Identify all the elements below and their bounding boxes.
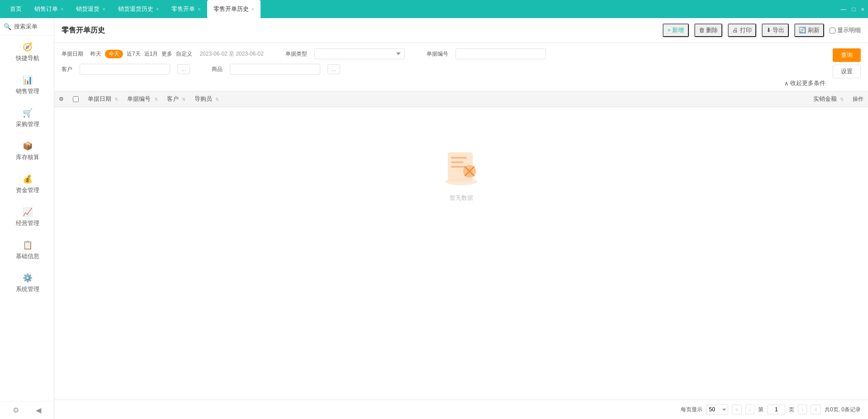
tabs-container: 首页销售订单×销货退货×销货退货历史×零售开单×零售开单历史× (4, 0, 841, 18)
sidebar-items: 🧭 快捷导航 📊 销售管理 🛒 采购管理 📦 库存核算 💰 资金管理 📈 经营管… (0, 36, 54, 300)
doc-type-select[interactable] (314, 48, 405, 59)
window-close-btn[interactable]: × (861, 6, 864, 13)
sidebar-label-sales-mgmt: 销售管理 (16, 87, 39, 95)
tab-close-sales-return-history[interactable]: × (156, 6, 159, 12)
date-shortcut-近7天[interactable]: 近7天 (127, 50, 141, 58)
col-date[interactable]: 单据日期 ⇅ (83, 91, 123, 107)
first-page-btn[interactable]: « (732, 405, 742, 414)
tab-sales-order[interactable]: 销售订单× (28, 0, 70, 18)
tab-retail-open[interactable]: 零售开单× (165, 0, 207, 18)
page-label: 第 (758, 406, 764, 414)
tab-retail-open-history[interactable]: 零售开单历史× (207, 0, 261, 18)
sidebar-label-finance: 资金管理 (16, 186, 39, 194)
search-sidebar-item[interactable]: 🔍 搜索采单 (0, 18, 54, 36)
tab-close-retail-open[interactable]: × (198, 6, 200, 12)
date-shortcut-更多[interactable]: 更多 (161, 50, 172, 58)
sidebar-item-system[interactable]: ⚙️ 系统管理 (0, 267, 54, 300)
sidebar-icon-quick-nav: 🧭 (23, 42, 33, 52)
window-max-btn[interactable]: □ (852, 6, 856, 13)
col-date-label: 单据日期 (88, 95, 111, 102)
tab-label-retail-open: 零售开单 (171, 5, 195, 13)
col-salesperson[interactable]: 导购员 ⇅ (190, 91, 223, 107)
col-no[interactable]: 单据编号 ⇅ (123, 91, 162, 107)
sidebar-item-finance[interactable]: 💰 资金管理 (0, 168, 54, 201)
query-button[interactable]: 查询 (833, 48, 861, 62)
doc-no-label: 单据编号 (427, 50, 448, 58)
date-shortcut-今天[interactable]: 今天 (105, 50, 123, 58)
export-button[interactable]: ⬇ 导出 (762, 24, 789, 37)
new-button[interactable]: + 新增 (663, 24, 688, 37)
show-detail-input[interactable] (830, 28, 835, 33)
collapse-btn[interactable]: ∧ 收起更多条件 (784, 79, 825, 87)
tab-label-sales-return-history: 销货退货历史 (118, 5, 153, 13)
sidebar-icon-basic-info: 📋 (23, 240, 33, 250)
date-shortcut-昨天[interactable]: 昨天 (90, 50, 101, 58)
col-salesperson-sort: ⇅ (215, 97, 219, 102)
sidebar-item-inventory[interactable]: 📦 库存核算 (0, 135, 54, 168)
show-detail-checkbox[interactable]: 显示明细 (830, 26, 861, 34)
page-input[interactable] (767, 405, 785, 414)
last-page-btn[interactable]: » (811, 405, 821, 414)
refresh-button[interactable]: 🔄 刷新 (794, 24, 824, 37)
sidebar-item-business[interactable]: 📈 经营管理 (0, 201, 54, 234)
goods-ellipsis-btn[interactable]: ... (327, 64, 340, 74)
table-settings-col[interactable]: ⚙ (54, 91, 68, 107)
next-page-btn[interactable]: › (798, 405, 807, 414)
tab-close-sales-return[interactable]: × (102, 6, 105, 12)
collapse-label: 收起更多条件 (790, 79, 825, 87)
select-all-checkbox[interactable] (73, 96, 79, 102)
col-customer[interactable]: 客户 ⇅ (162, 91, 190, 107)
col-middle-spacer (223, 91, 808, 107)
col-amount[interactable]: 实销金额 ⇅ (809, 91, 848, 107)
collapse-row: ∧ 收起更多条件 (62, 79, 825, 87)
sidebar-label-system: 系统管理 (16, 285, 39, 293)
page-size-select[interactable]: 102050100 (706, 405, 728, 414)
filter-row-1: 单据日期 昨天今天近7天近1月更多自定义 2023-06-02 至 2023-0… (62, 48, 825, 59)
customer-ellipsis-btn[interactable]: ... (177, 64, 190, 74)
sidebar-item-basic-info[interactable]: 📋 基础信息 (0, 234, 54, 267)
page-title: 零售开单历史 (62, 26, 105, 35)
sidebar-item-sales-mgmt[interactable]: 📊 销售管理 (0, 69, 54, 102)
print-button[interactable]: 🖨 打印 (728, 24, 756, 37)
window-min-btn[interactable]: — (841, 6, 847, 13)
tab-label-sales-order: 销售订单 (34, 5, 58, 13)
tab-sales-return-history[interactable]: 销货退货历史× (112, 0, 165, 18)
sidebar-collapse-icon[interactable]: ◀ (36, 406, 41, 414)
pagination: 每页显示 102050100 « ‹ 第 页 › » 共0页, 0条记录 (54, 400, 868, 419)
date-shortcut-近1月[interactable]: 近1月 (144, 50, 158, 58)
col-salesperson-label: 导购员 (194, 95, 212, 102)
sidebar-label-inventory: 库存核算 (16, 153, 39, 161)
filter-settings-button[interactable]: 设置 (833, 65, 861, 78)
date-shortcut-自定义[interactable]: 自定义 (176, 50, 192, 58)
tab-sales-return[interactable]: 销货退货× (70, 0, 111, 18)
filter-area: 单据日期 昨天今天近7天近1月更多自定义 2023-06-02 至 2023-0… (54, 43, 868, 91)
tab-close-retail-open-history[interactable]: × (251, 6, 254, 12)
tab-home[interactable]: 首页 (4, 0, 28, 18)
customer-input[interactable] (80, 64, 170, 75)
goods-input[interactable] (230, 64, 320, 75)
data-table: ⚙ 单据日期 ⇅ 单据编号 ⇅ (54, 91, 868, 107)
sidebar-icon-purchase-mgmt: 🛒 (23, 108, 33, 118)
table-area: ⚙ 单据日期 ⇅ 单据编号 ⇅ (54, 91, 868, 400)
content-area: 零售开单历史 + 新增 🗑 删除 🖨 打印 ⬇ 导出 🔄 刷新 显示明细 单 (54, 18, 868, 419)
col-date-sort: ⇅ (114, 97, 118, 102)
sidebar-label-basic-info: 基础信息 (16, 252, 39, 260)
page-header: 零售开单历史 + 新增 🗑 删除 🖨 打印 ⬇ 导出 🔄 刷新 显示明细 (54, 18, 868, 43)
sidebar-label-quick-nav: 快捷导航 (16, 54, 39, 62)
window-controls: — □ × (841, 6, 864, 13)
show-detail-label: 显示明细 (837, 26, 861, 34)
col-action: 操作 (848, 91, 868, 107)
collapse-arrow-icon: ∧ (784, 80, 789, 87)
doc-type-label: 单据类型 (285, 50, 307, 58)
per-page-label: 每页显示 (681, 406, 702, 414)
sidebar-item-purchase-mgmt[interactable]: 🛒 采购管理 (0, 102, 54, 135)
delete-button[interactable]: 🗑 删除 (694, 24, 723, 37)
tab-close-sales-order[interactable]: × (61, 6, 63, 12)
doc-no-input[interactable] (455, 48, 546, 59)
sidebar-icon-business: 📈 (23, 207, 33, 217)
sidebar-item-quick-nav[interactable]: 🧭 快捷导航 (0, 36, 54, 69)
empty-state: 暂无数据 (54, 107, 868, 238)
prev-page-btn[interactable]: ‹ (745, 405, 754, 414)
sidebar-settings-icon[interactable]: ⚙ (13, 406, 19, 414)
svg-rect-2 (451, 157, 467, 159)
